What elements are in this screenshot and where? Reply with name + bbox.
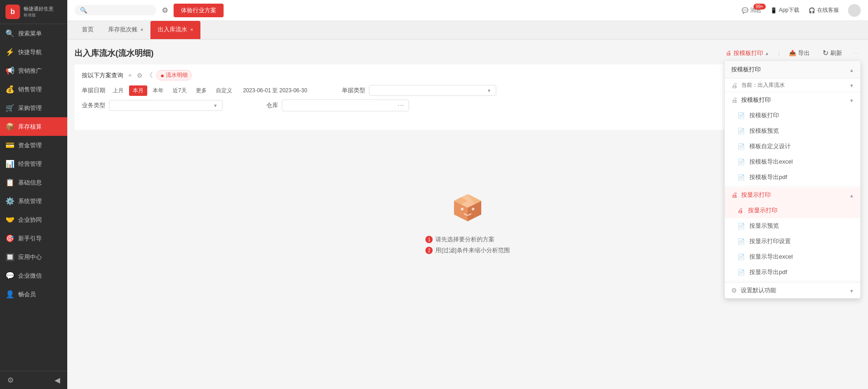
display-print-section-header[interactable]: 🖨 按显示打印 bbox=[725, 187, 860, 203]
gear-icon[interactable]: ⚙ bbox=[162, 6, 168, 15]
template-item-按模板导出pdf[interactable]: 📄按模板导出pdf bbox=[725, 170, 860, 185]
settings-icon[interactable]: ⚙ bbox=[7, 376, 14, 384]
search-input[interactable] bbox=[90, 7, 145, 14]
industry-btn[interactable]: 体验行业方案 bbox=[174, 4, 224, 17]
warehouse-select[interactable]: ⋯ bbox=[282, 100, 409, 111]
tab-label: 库存批次账 bbox=[108, 25, 138, 34]
empty-tip-2: 2 用[过滤]条件来缩小分析范围 bbox=[425, 246, 509, 254]
nav-label: 基础信息 bbox=[18, 179, 42, 187]
refresh-btn[interactable]: ↻ 刷新 bbox=[819, 47, 846, 59]
empty-tip-1: 1 请先选择要分析的方案 bbox=[425, 235, 509, 244]
date-tag-本年[interactable]: 本年 bbox=[149, 85, 167, 96]
tab-首页[interactable]: 首页 bbox=[75, 21, 101, 39]
svg-point-5 bbox=[461, 208, 464, 210]
display-item-按显示预览[interactable]: 📄按显示预览 bbox=[725, 218, 860, 234]
receipt-type-filter: 单据类型 bbox=[342, 85, 496, 96]
filter-tag[interactable]: ● 流水明细 bbox=[156, 70, 192, 80]
display-print-items: 🖨按显示打印📄按显示预览📄按显示打印设置📄按显示导出excel📄按显示导出pdf bbox=[725, 203, 860, 280]
filter-title: 按以下方案查询 bbox=[82, 71, 123, 80]
page-content: 出入库流水(流水明细) 🖨 按模板打印 | 📤 导出 ↻ 刷新 ⋯ bbox=[67, 40, 868, 389]
nav-label: 畅会员 bbox=[18, 290, 36, 299]
business-type-select[interactable] bbox=[109, 100, 223, 111]
avatar[interactable] bbox=[848, 4, 861, 17]
date-tag-更多[interactable]: 更多 bbox=[192, 85, 210, 96]
sidebar-item-搜索菜单[interactable]: 🔍搜索菜单 bbox=[0, 24, 67, 43]
sidebar-item-企业协同[interactable]: 🤝企业协同 bbox=[0, 210, 67, 229]
topbar: 🔍 ⚙ 体验行业方案 💬 消息 99+ 📱 App下载 🎧 在线客服 bbox=[67, 0, 868, 21]
sidebar-item-采购管理[interactable]: 🛒采购管理 bbox=[0, 99, 67, 117]
export-icon: 📤 bbox=[789, 50, 796, 56]
sidebar-item-企业微信[interactable]: 💬企业微信 bbox=[0, 266, 67, 285]
tab-库存批次账[interactable]: 库存批次账× bbox=[101, 21, 150, 39]
template-print-section-header[interactable]: 🖨 按模板打印 bbox=[725, 92, 860, 108]
display-item-按显示打印设置[interactable]: 📄按显示打印设置 bbox=[725, 234, 860, 249]
empty-illustration bbox=[445, 183, 490, 228]
template-print-btn[interactable]: 🖨 按模板打印 bbox=[722, 47, 773, 59]
item-label: 按显示预览 bbox=[749, 222, 779, 230]
nav-icon: 📋 bbox=[5, 178, 15, 187]
settings-default-chevron bbox=[849, 287, 854, 294]
display-print-label: 按显示打印 bbox=[741, 191, 771, 199]
sidebar-item-快捷导航[interactable]: ⚡快捷导航 bbox=[0, 43, 67, 61]
nav-icon: 💰 bbox=[5, 85, 15, 94]
date-filter: 单据日期 上月本月本年近7天更多自定义 2023-06-01 至 2023-06… bbox=[82, 85, 307, 96]
receipt-type-select[interactable] bbox=[369, 85, 496, 96]
export-btn[interactable]: 📤 导出 bbox=[785, 47, 813, 59]
message-btn[interactable]: 💬 消息 99+ bbox=[742, 6, 761, 14]
tag-icon: ● bbox=[160, 72, 164, 79]
chevron-up-icon bbox=[765, 50, 769, 56]
nav-icon: 🎯 bbox=[5, 234, 15, 243]
settings-default-btn[interactable]: ⚙ 设置默认功能 bbox=[725, 282, 860, 298]
sidebar-item-销售管理[interactable]: 💰销售管理 bbox=[0, 80, 67, 99]
topbar-search-box[interactable]: 🔍 bbox=[75, 5, 156, 15]
filter-add-icon[interactable]: ＋ bbox=[127, 71, 133, 80]
sidebar-item-新手引导[interactable]: 🎯新手引导 bbox=[0, 229, 67, 248]
tab-出入库流水[interactable]: 出入库流水× bbox=[150, 21, 200, 39]
tip-num-2: 2 bbox=[425, 247, 433, 254]
receipt-type-label: 单据类型 bbox=[342, 86, 365, 95]
item-label: 按显示导出excel bbox=[749, 253, 793, 261]
dropdown-toggle-icon[interactable] bbox=[849, 66, 854, 73]
sidebar-item-应用中心[interactable]: 🔲应用中心 bbox=[0, 248, 67, 266]
app-download-btn[interactable]: 📱 App下载 bbox=[770, 6, 799, 14]
date-tag-近7天[interactable]: 近7天 bbox=[169, 85, 190, 96]
divider-v2: ⋯ bbox=[853, 50, 859, 56]
sidebar-item-库存核算[interactable]: 📦库存核算 bbox=[0, 117, 67, 136]
display-item-按显示导出excel[interactable]: 📄按显示导出excel bbox=[725, 249, 860, 264]
nav-icon: ⚙️ bbox=[5, 197, 15, 205]
nav-label: 搜索菜单 bbox=[18, 30, 42, 38]
chevron-down-icon2 bbox=[213, 102, 218, 109]
sidebar-item-基础信息[interactable]: 📋基础信息 bbox=[0, 173, 67, 192]
template-item-按模板导出excel[interactable]: 📄按模板导出excel bbox=[725, 154, 860, 170]
collapse-icon[interactable]: ◀ bbox=[55, 376, 60, 384]
dropdown-current: 🖨 当前：出入库流水 bbox=[725, 79, 860, 92]
nav-icon: 🔍 bbox=[5, 29, 15, 38]
divider-v1: | bbox=[778, 50, 780, 56]
tab-close-icon[interactable]: × bbox=[140, 27, 143, 32]
template-item-模板自定义设计[interactable]: 📄模板自定义设计 bbox=[725, 139, 860, 154]
sidebar-item-营销推广[interactable]: 📢营销推广 bbox=[0, 61, 67, 80]
nav-label: 营销推广 bbox=[18, 67, 42, 75]
date-tag-本月[interactable]: 本月 bbox=[129, 85, 147, 96]
refresh-icon: ↻ bbox=[823, 49, 828, 57]
sidebar-item-畅会员[interactable]: 👤畅会员 bbox=[0, 285, 67, 304]
filter-collapse-icon[interactable]: 《 bbox=[146, 71, 153, 80]
current-chevron[interactable] bbox=[849, 82, 854, 89]
display-item-按显示导出pdf[interactable]: 📄按显示导出pdf bbox=[725, 264, 860, 280]
item-label: 按显示打印设置 bbox=[749, 237, 791, 245]
template-item-按模板预览[interactable]: 📄按模板预览 bbox=[725, 123, 860, 139]
date-tag-自定义[interactable]: 自定义 bbox=[212, 85, 236, 96]
filter-settings-icon[interactable]: ⚙ bbox=[137, 72, 143, 79]
tab-close-icon[interactable]: × bbox=[190, 27, 193, 32]
sidebar-item-资金管理[interactable]: 💳资金管理 bbox=[0, 136, 67, 155]
online-service-btn[interactable]: 🎧 在线客服 bbox=[808, 6, 839, 14]
sidebar-item-系统管理[interactable]: ⚙️系统管理 bbox=[0, 192, 67, 210]
file-icon: 📄 bbox=[738, 174, 745, 181]
file-icon: 📄 bbox=[738, 269, 745, 276]
display-item-按显示打印[interactable]: 🖨按显示打印 bbox=[725, 203, 860, 218]
sidebar-item-经营管理[interactable]: 📊经营管理 bbox=[0, 155, 67, 173]
template-item-按模板打印[interactable]: 📄按模板打印 bbox=[725, 108, 860, 123]
date-tag-上月[interactable]: 上月 bbox=[109, 85, 127, 96]
item-label: 按模板导出excel bbox=[749, 158, 793, 166]
page-title: 出入库流水(流水明细) bbox=[75, 48, 154, 59]
